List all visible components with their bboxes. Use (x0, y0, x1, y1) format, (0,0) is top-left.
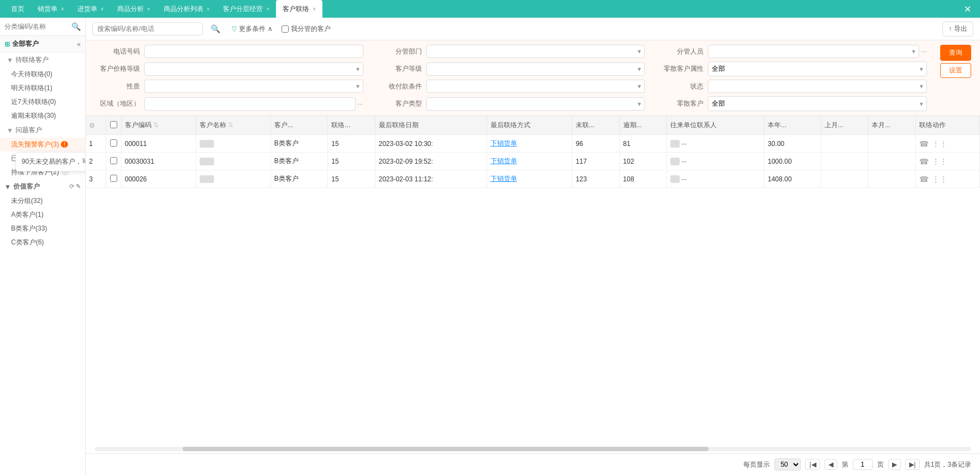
sidebar-section-value[interactable]: ▼ 价值客户 ⟳ ✎ (0, 179, 85, 194)
edit-icons[interactable]: ⟳ ✎ (69, 183, 81, 190)
horizontal-scrollbar[interactable] (95, 447, 971, 451)
cell-last-method[interactable]: 下销货单 (487, 153, 572, 170)
chevron-down-icon: ▾ (638, 82, 641, 90)
sidebar-search-container: 🔍 (0, 18, 85, 36)
sidebar-section-pending[interactable]: ▼ 待联络客户 (0, 53, 85, 67)
more-action-icon[interactable]: ⋮⋮ (932, 157, 947, 166)
next-page-button[interactable]: ▶ (888, 459, 901, 470)
sparse-attr-label: 零散客户属性 (658, 64, 708, 74)
cell-this-month (868, 170, 915, 188)
sidebar-item-today[interactable]: 今天待联络(0) (0, 67, 85, 81)
sort-icon[interactable]: ⇅ (228, 121, 233, 129)
cell-checkbox[interactable] (106, 170, 121, 188)
contact-icon[interactable]: ☎ (919, 139, 929, 148)
tab-analysis[interactable]: 商品分析 × (111, 0, 157, 18)
gear-icon[interactable]: ⚙ (89, 122, 95, 129)
window-close-button[interactable]: ✕ (960, 4, 976, 14)
sort-icon[interactable]: ⇅ (153, 121, 159, 129)
cell-last-method[interactable]: 下销货单 (487, 135, 572, 153)
sidebar-item-tomorrow[interactable]: 明天待联络(1) (0, 81, 85, 95)
tab-home[interactable]: 首页 (4, 0, 31, 18)
last-method-link[interactable]: 下销货单 (491, 175, 517, 182)
table-row: 1 000011 B类客户 15 2023-03-02 10:30: 下销货单 … (86, 135, 980, 153)
sidebar-root-header[interactable]: ⊞ 全部客户 « (0, 36, 85, 53)
last-method-link[interactable]: 下销货单 (491, 157, 517, 165)
last-page-button[interactable]: ▶| (905, 459, 920, 470)
payment-label: 收付款条件 (377, 82, 426, 91)
tab-sales[interactable]: 销货单 × (31, 0, 71, 18)
query-button[interactable]: 查询 (940, 45, 971, 61)
filter-search-button[interactable]: 🔍 (207, 21, 223, 36)
cell-last-method[interactable]: 下销货单 (487, 170, 572, 188)
cell-checkbox[interactable] (106, 135, 121, 153)
cell-last-month (821, 170, 868, 188)
sidebar-search-input[interactable] (4, 23, 71, 30)
setting-button[interactable]: 设置 (940, 63, 971, 78)
region-input[interactable] (144, 97, 356, 111)
sparse-customer-select[interactable]: 全部 ▾ (708, 96, 927, 111)
close-icon[interactable]: × (147, 6, 150, 12)
close-icon[interactable]: × (207, 6, 210, 12)
sidebar-item-class-a[interactable]: A类客户(1) (0, 208, 85, 222)
contact-icon[interactable]: ☎ (919, 157, 929, 166)
close-icon[interactable]: × (312, 6, 316, 12)
dept-select[interactable]: ▾ (426, 45, 645, 58)
tab-customer-layer[interactable]: 客户分层经营 × (216, 0, 276, 18)
cell-checkbox[interactable] (106, 153, 121, 170)
tab-customer-contact[interactable]: 客户联络 × (276, 0, 322, 18)
payment-select[interactable]: ▾ (426, 80, 645, 93)
cell-last-month (821, 135, 868, 153)
sidebar-section-pending-label: 待联络客户 (15, 55, 49, 65)
sidebar-item-churn-warning[interactable]: 流失预警客户(3) ! (0, 138, 85, 152)
phone-input[interactable] (144, 45, 363, 58)
close-icon[interactable]: × (101, 6, 104, 12)
table-row: 3 000026 B类客户 15 2023-02-03 11:12: 下销货单 … (86, 170, 980, 188)
first-page-button[interactable]: |◀ (805, 459, 820, 470)
more-action-icon[interactable]: ⋮⋮ (932, 175, 947, 184)
scrollbar-thumb[interactable] (183, 447, 708, 451)
cell-last-month (821, 153, 868, 170)
close-icon[interactable]: × (266, 6, 269, 12)
last-method-link[interactable]: 下销货单 (491, 139, 517, 147)
my-customers-checkbox[interactable] (282, 25, 289, 33)
sidebar-section-problem[interactable]: ▼ 问题客户 (0, 123, 85, 138)
tab-purchase[interactable]: 进货单 × (71, 0, 111, 18)
my-customers-filter[interactable]: 我分管的客户 (282, 24, 331, 34)
sidebar-item-overdue[interactable]: 逾期未联络(30) (0, 109, 85, 123)
price-level-select[interactable]: ▾ (144, 62, 363, 76)
col-action-header: 联络动作 (915, 116, 979, 135)
sidebar-item-7days[interactable]: 近7天待联络(0) (0, 95, 85, 109)
col-settings[interactable]: ⚙ (86, 116, 106, 135)
cell-code: 000011 (121, 135, 196, 153)
more-conditions-button[interactable]: ▽ 更多条件 ∧ (227, 22, 277, 36)
col-contact-header: 联络... (328, 116, 375, 135)
sidebar-item-ungroup[interactable]: 未分组(32) (0, 194, 85, 208)
more-icon[interactable]: ··· (358, 100, 363, 108)
more-action-icon[interactable]: ⋮⋮ (932, 139, 947, 148)
col-checkbox-header[interactable] (106, 116, 121, 135)
col-not-contacted-label: 未联... (576, 121, 595, 129)
more-icon[interactable]: ··· (921, 48, 927, 55)
page-number-input[interactable] (853, 459, 873, 470)
export-button[interactable]: ↑ 导出 (942, 22, 973, 36)
col-type-header: 客户... (270, 116, 328, 135)
sidebar-item-class-c[interactable]: C类客户(6) (0, 236, 85, 249)
sparse-attr-select[interactable]: 全部 ▾ (708, 61, 927, 76)
cell-last-date: 2023-02-03 11:12: (375, 170, 487, 188)
tab-analysis-list[interactable]: 商品分析列表 × (157, 0, 217, 18)
prev-page-button[interactable]: ◀ (825, 459, 837, 470)
status-select[interactable]: ▾ (708, 80, 927, 93)
manager-select[interactable]: ▾ (708, 45, 919, 58)
page-size-select[interactable]: 50 (774, 458, 801, 471)
page-suffix: 页 (877, 460, 884, 469)
tooltip-text: 90天未交易的客户，可能有流失风险。 (22, 158, 86, 165)
close-icon[interactable]: × (61, 6, 64, 12)
contact-icon[interactable]: ☎ (919, 175, 929, 184)
sidebar-item-class-b[interactable]: B类客户(33) (0, 222, 85, 236)
nature-select[interactable]: ▾ (144, 80, 363, 93)
my-customers-label: 我分管的客户 (291, 24, 331, 34)
customer-type-select[interactable]: ▾ (426, 97, 645, 111)
filter-search-input[interactable] (92, 22, 203, 35)
select-all-checkbox[interactable] (110, 121, 117, 128)
customer-level-select[interactable]: ▾ (426, 62, 645, 76)
